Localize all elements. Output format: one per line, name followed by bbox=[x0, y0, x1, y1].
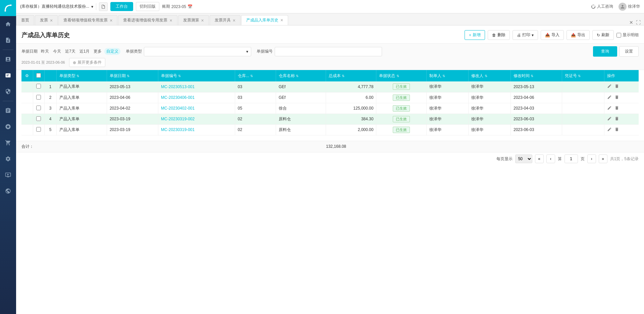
delete-button[interactable]: 🗑 删除 bbox=[488, 30, 510, 40]
first-page-btn[interactable]: « bbox=[535, 154, 544, 163]
shortcut-custom[interactable]: 自定义 bbox=[104, 48, 120, 55]
tab-home[interactable]: 首页 bbox=[16, 15, 34, 25]
tab-invoice-calc[interactable]: 发票测算 × bbox=[178, 15, 209, 25]
tab-invoice-issue-close[interactable]: × bbox=[233, 18, 235, 23]
sidebar-item-home[interactable] bbox=[0, 16, 16, 32]
user-name-btn[interactable]: 徐泽华 bbox=[619, 3, 640, 11]
expand-conditions-btn[interactable]: ⊕ 展开更多条件 bbox=[69, 58, 105, 67]
tab-invoice-calc-close[interactable]: × bbox=[201, 18, 204, 23]
last-page-btn[interactable]: » bbox=[599, 154, 607, 163]
import-button[interactable]: 📥 导入 bbox=[541, 30, 564, 40]
export-button[interactable]: 📤 导出 bbox=[567, 30, 590, 40]
th-modifier[interactable]: 修改人 ⇅ bbox=[469, 70, 511, 81]
workbench-button[interactable]: 工作台 bbox=[110, 2, 133, 11]
sidebar-item-docs[interactable] bbox=[0, 32, 16, 48]
sidebar-item-analytics[interactable] bbox=[0, 51, 16, 67]
td-creator-1: 徐泽华 bbox=[426, 92, 469, 103]
maximize-btn[interactable]: ⛶ bbox=[636, 20, 641, 25]
sidebar-item-version[interactable] bbox=[0, 183, 16, 199]
td-doc-number-0[interactable]: MC-20230513-001 bbox=[158, 81, 235, 92]
row-checkbox-4[interactable] bbox=[36, 127, 41, 132]
show-detail-checkbox[interactable] bbox=[616, 33, 621, 38]
th-warehouse-code[interactable]: 仓库... ⇅ bbox=[235, 70, 276, 81]
print-button[interactable]: 🖨 打印 ▾ bbox=[513, 30, 538, 40]
doc-number-link-1[interactable]: MC-20230406-001 bbox=[161, 95, 195, 100]
th-settings[interactable]: ⚙ bbox=[21, 70, 33, 81]
set-button[interactable]: 设置 bbox=[619, 46, 639, 57]
delete-action-icon-4[interactable] bbox=[614, 127, 619, 133]
tab-product-history-close[interactable]: × bbox=[280, 18, 283, 22]
doc-type-select[interactable]: ▾ bbox=[144, 47, 251, 56]
doc-number-link-2[interactable]: MC-20230402-001 bbox=[161, 106, 195, 111]
user-service-btn[interactable]: 人工咨询 bbox=[591, 4, 613, 9]
td-doc-number-4[interactable]: MC-20230319-001 bbox=[158, 124, 235, 135]
th-total-cost[interactable]: 总成本 ⇅ bbox=[326, 70, 376, 81]
sidebar-item-tasks[interactable] bbox=[0, 103, 16, 119]
query-button[interactable]: 查询 bbox=[593, 46, 617, 57]
delete-action-icon-0[interactable] bbox=[614, 84, 619, 89]
sidebar-item-reports[interactable] bbox=[0, 119, 16, 135]
td-doc-number-1[interactable]: MC-20230406-001 bbox=[158, 92, 235, 103]
delete-action-icon-3[interactable] bbox=[614, 116, 619, 122]
doc-number-link-4[interactable]: MC-20230319-001 bbox=[161, 127, 195, 132]
row-checkbox-0[interactable] bbox=[36, 84, 41, 88]
edit-action-icon-0[interactable] bbox=[607, 84, 612, 89]
calendar-icon[interactable]: 📅 bbox=[187, 4, 193, 9]
td-total-cost-2: 125,000.00 bbox=[326, 103, 376, 114]
delete-action-icon-1[interactable] bbox=[614, 95, 619, 101]
th-doc-status[interactable]: 单据状态 ⇅ bbox=[376, 70, 426, 81]
next-page-btn[interactable]: › bbox=[587, 154, 596, 163]
tab-purchase-vat[interactable]: 查看进项增值税专用发票 × bbox=[118, 15, 177, 25]
prev-page-btn[interactable]: ‹ bbox=[546, 154, 555, 163]
td-doc-number-2[interactable]: MC-20230402-001 bbox=[158, 103, 235, 114]
edit-action-icon-2[interactable] bbox=[607, 106, 612, 111]
shortcut-1month[interactable]: 近1月 bbox=[78, 48, 91, 55]
delete-action-icon-2[interactable] bbox=[614, 106, 619, 111]
edit-action-icon-3[interactable] bbox=[607, 116, 612, 122]
row-checkbox-3[interactable] bbox=[36, 116, 41, 121]
document-icon-btn[interactable] bbox=[99, 2, 108, 11]
shortcut-yesterday[interactable]: 昨天 bbox=[40, 48, 50, 55]
tab-product-history[interactable]: 产成品入库单历史 × bbox=[241, 15, 288, 25]
th-warehouse-name[interactable]: 仓库名称 ⇅ bbox=[276, 70, 326, 81]
refresh-button[interactable]: ↻ 刷新 bbox=[592, 30, 614, 40]
company-selector[interactable]: (库存核算）直播轻纯通信息技术股份... ▾ bbox=[20, 4, 93, 9]
select-all-checkbox[interactable] bbox=[36, 73, 41, 78]
sidebar-item-inventory[interactable] bbox=[0, 67, 16, 83]
row-checkbox-1[interactable] bbox=[36, 95, 41, 100]
tab-invoice-close[interactable]: × bbox=[50, 18, 53, 23]
switch-version-button[interactable]: 切到旧版 bbox=[136, 2, 159, 11]
tab-purchase-vat-close[interactable]: × bbox=[169, 18, 172, 23]
sidebar-item-purchases[interactable] bbox=[0, 135, 16, 151]
page-number-input[interactable] bbox=[565, 154, 578, 163]
shortcut-7days[interactable]: 近7天 bbox=[64, 48, 77, 55]
th-doc-number[interactable]: 单据编号 ⇅ bbox=[158, 70, 235, 81]
new-button[interactable]: + 新增 bbox=[465, 30, 485, 40]
tab-sales-vat-close[interactable]: × bbox=[110, 18, 112, 23]
shortcut-today[interactable]: 今天 bbox=[52, 48, 62, 55]
sidebar-item-settings[interactable] bbox=[0, 151, 16, 167]
tab-invoice-issue[interactable]: 发票开具 × bbox=[210, 15, 240, 25]
th-doc-date[interactable]: 单据日期 ⇅ bbox=[107, 70, 158, 81]
th-creator[interactable]: 制单人 ⇅ bbox=[426, 70, 469, 81]
sidebar-item-media[interactable] bbox=[0, 167, 16, 183]
tab-invoice[interactable]: 发票 × bbox=[35, 15, 58, 25]
edit-action-icon-4[interactable] bbox=[607, 127, 612, 133]
column-settings-icon[interactable]: ⚙ bbox=[25, 73, 29, 78]
row-checkbox-2[interactable] bbox=[36, 106, 41, 110]
edit-action-icon-1[interactable] bbox=[607, 95, 612, 101]
shortcut-more[interactable]: 更多 bbox=[92, 48, 103, 55]
th-modify-time[interactable]: 修改时间 ⇅ bbox=[511, 70, 562, 81]
doc-number-link-0[interactable]: MC-20230513-001 bbox=[161, 84, 195, 89]
close-all-tabs-btn[interactable]: ✕ bbox=[629, 20, 633, 25]
company-dropdown-icon[interactable]: ▾ bbox=[91, 4, 93, 9]
sidebar-item-security[interactable] bbox=[0, 83, 16, 100]
th-doc-type[interactable]: 单据类型 ⇅ bbox=[56, 70, 107, 81]
td-doc-number-3[interactable]: MC-20230319-002 bbox=[158, 114, 235, 124]
per-page-select[interactable]: 50 20 100 bbox=[515, 154, 532, 163]
header-actions: + 新增 🗑 删除 🖨 打印 ▾ 📥 导入 bbox=[465, 30, 639, 40]
doc-number-link-3[interactable]: MC-20230319-002 bbox=[161, 117, 195, 121]
tab-sales-vat[interactable]: 查看销项增值税专用发票 × bbox=[58, 15, 117, 25]
th-voucher[interactable]: 凭证号 ⇅ bbox=[562, 70, 604, 81]
doc-number-input[interactable] bbox=[275, 47, 382, 56]
